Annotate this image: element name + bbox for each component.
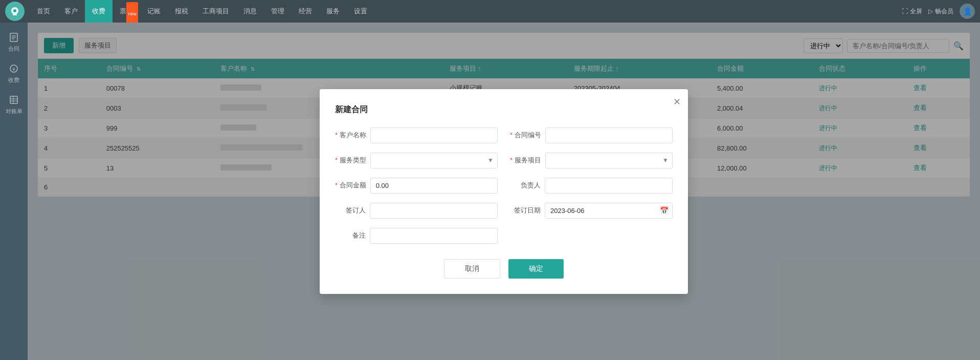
- topnav-right: ⛶ 全屏 ▷ 畅会员 👤: [902, 4, 975, 19]
- signer-input[interactable]: [370, 203, 498, 219]
- nav-tax[interactable]: 报税: [168, 0, 195, 23]
- form-group-signer: 签订人: [335, 203, 498, 219]
- form-group-sign-date: 签订日期 📅: [510, 203, 673, 219]
- form-row-5: 备注: [335, 228, 673, 244]
- modal-close-button[interactable]: ✕: [673, 96, 681, 108]
- form-row-1: 客户名称 合同编号: [335, 128, 673, 143]
- service-type-label: 服务类型: [335, 156, 366, 165]
- new-contract-modal: ✕ 新建合同 客户名称 合同编号 服务类型: [320, 89, 688, 294]
- nav-bookkeeping[interactable]: 记账: [140, 0, 168, 23]
- form-row-2: 服务类型 ▼ 服务项目 ▼: [335, 153, 673, 168]
- service-item-label: 服务项目: [510, 156, 541, 165]
- contract-no-label: 合同编号: [510, 131, 541, 140]
- form-group-customer: 客户名称: [335, 128, 498, 143]
- svg-rect-7: [10, 96, 17, 103]
- fullscreen-label: 全屏: [910, 7, 922, 16]
- svg-text:¥: ¥: [12, 67, 15, 72]
- play-icon: ▷: [928, 8, 933, 15]
- service-type-select-wrap: ▼: [370, 153, 498, 168]
- nav-ticket[interactable]: 票据 new: [113, 0, 140, 23]
- form-group-placeholder: [510, 228, 673, 244]
- sidebar-fee-label: 收费: [8, 76, 19, 84]
- amount-input[interactable]: [370, 178, 498, 194]
- logo: [5, 2, 25, 21]
- contract-no-input[interactable]: [545, 128, 673, 143]
- form-group-service-type: 服务类型 ▼: [335, 153, 498, 168]
- remark-label: 备注: [335, 231, 366, 240]
- service-type-select[interactable]: [370, 153, 498, 168]
- sign-date-label: 签订日期: [510, 206, 541, 215]
- topnav: 首页 客户 收费 票据 new 记账 报税 工商项目 消息 管理 经营 服务 设…: [0, 0, 980, 23]
- cancel-button[interactable]: 取消: [444, 259, 500, 279]
- customer-name-input[interactable]: [370, 128, 498, 143]
- nav-service[interactable]: 服务: [319, 0, 347, 23]
- fullscreen-button[interactable]: ⛶ 全屏: [902, 7, 922, 16]
- statement-icon: [8, 94, 19, 105]
- form-group-responsible: 负责人: [510, 178, 673, 194]
- service-item-select-wrap: ▼: [545, 153, 673, 168]
- nav-fee[interactable]: 收费: [85, 0, 113, 23]
- remark-input[interactable]: [370, 228, 498, 244]
- form-group-contract-no: 合同编号: [510, 128, 673, 143]
- svg-point-0: [13, 9, 16, 12]
- modal-title: 新建合同: [335, 104, 673, 115]
- sidebar-item-fee[interactable]: ¥ 收费: [1, 59, 27, 88]
- signer-label: 签订人: [335, 206, 366, 215]
- fee-icon: ¥: [8, 63, 19, 74]
- responsible-label: 负责人: [510, 181, 541, 190]
- confirm-button[interactable]: 确定: [508, 259, 564, 279]
- sidebar-item-statement[interactable]: 对账单: [1, 90, 27, 119]
- nav-message[interactable]: 消息: [236, 0, 264, 23]
- member-label: 畅会员: [935, 7, 953, 16]
- avatar[interactable]: 👤: [960, 4, 975, 19]
- sidebar-item-contract[interactable]: 合同: [1, 28, 27, 57]
- content-area: 新增 服务项目 进行中 🔍 序号 合同编号 ⇅ 客户名称 ⇅: [28, 23, 980, 360]
- form-row-3: 合同金额 负责人: [335, 178, 673, 194]
- form-group-remark: 备注: [335, 228, 498, 244]
- main-layout: 合同 ¥ 收费 对账单: [0, 23, 980, 360]
- nav-biz[interactable]: 工商项目: [195, 0, 236, 23]
- sidebar-statement-label: 对账单: [6, 108, 23, 115]
- service-item-select[interactable]: [545, 153, 673, 168]
- modal-footer: 取消 确定: [335, 259, 673, 279]
- nav-home[interactable]: 首页: [30, 0, 57, 23]
- form-row-4: 签订人 签订日期 📅: [335, 203, 673, 219]
- fullscreen-icon: ⛶: [902, 8, 908, 15]
- nav-operation[interactable]: 经营: [292, 0, 319, 23]
- nav-customer[interactable]: 客户: [57, 0, 85, 23]
- sidebar: 合同 ¥ 收费 对账单: [0, 23, 28, 360]
- responsible-input[interactable]: [545, 178, 673, 194]
- sidebar-contract-label: 合同: [8, 45, 19, 53]
- customer-name-label: 客户名称: [335, 131, 366, 140]
- sign-date-input[interactable]: [545, 203, 673, 219]
- form-group-amount: 合同金额: [335, 178, 498, 194]
- amount-label: 合同金额: [335, 181, 366, 190]
- modal-overlay: ✕ 新建合同 客户名称 合同编号 服务类型: [28, 23, 980, 360]
- sign-date-wrap: 📅: [545, 203, 673, 219]
- member-button[interactable]: ▷ 畅会员: [928, 7, 953, 16]
- nav-manage[interactable]: 管理: [264, 0, 292, 23]
- form-group-service-item: 服务项目 ▼: [510, 153, 673, 168]
- nav-settings[interactable]: 设置: [347, 0, 374, 23]
- contract-icon: [8, 32, 19, 43]
